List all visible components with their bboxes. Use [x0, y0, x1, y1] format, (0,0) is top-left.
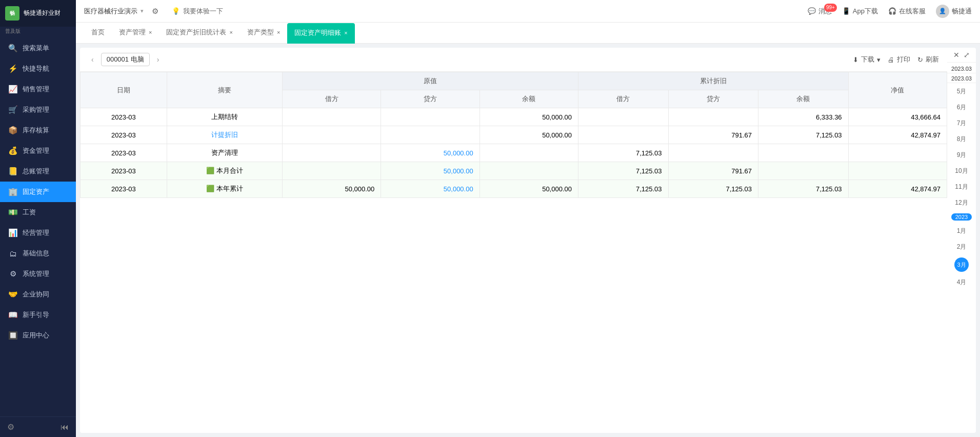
service-icon: 🎧 — [888, 7, 896, 15]
sidebar-label-apps: 应用中心 — [23, 331, 49, 340]
timeline-month-6月[interactable]: 6月 — [947, 100, 976, 115]
sidebar-label-system: 系统管理 — [23, 269, 49, 279]
system-icon: ⚙ — [8, 269, 17, 279]
messages-btn[interactable]: 💬 消息 99+ — [808, 7, 832, 16]
expand-panel-icon[interactable]: ⤢ — [964, 51, 970, 59]
tab-asset-type[interactable]: 资产类型 × — [240, 23, 287, 43]
sidebar-item-guide[interactable]: 📖 新手引导 — [0, 305, 76, 325]
asset-nav-actions: ⬇ 下载 ▾ 🖨 打印 ↻ 刷新 — [853, 55, 939, 64]
th-accum-balance: 余额 — [758, 90, 849, 108]
settings-gear-icon[interactable]: ⚙ — [152, 7, 158, 16]
settings-icon[interactable]: ⚙ — [7, 422, 14, 432]
timeline-month-1月[interactable]: 1月 — [947, 224, 976, 239]
company-name: 医疗器械行业演示 — [84, 7, 137, 16]
th-summary: 摘要 — [167, 72, 282, 108]
cell-summary: 计提折旧 — [167, 126, 282, 144]
cell-orig-balance: 50,000.00 — [479, 108, 578, 126]
cell-orig-credit — [381, 126, 479, 144]
timeline-month-3月[interactable]: 3月 — [954, 257, 969, 272]
th-net-value: 净值 — [848, 72, 947, 108]
timeline-month-4月[interactable]: 4月 — [947, 275, 976, 290]
sidebar-item-sales[interactable]: 📈 销售管理 — [0, 79, 76, 100]
collapse-icon[interactable]: ⏮ — [61, 423, 69, 432]
sidebar-item-apps[interactable]: 🔲 应用中心 — [0, 325, 76, 346]
timeline-month-10月[interactable]: 10月 — [947, 164, 976, 178]
cell-date: 2023-03 — [81, 144, 167, 162]
sidebar-item-ledger[interactable]: 📒 总账管理 — [0, 161, 76, 182]
th-orig-debit: 借方 — [283, 90, 381, 108]
user-menu[interactable]: 👤 畅捷通 — [936, 5, 972, 18]
timeline-month-9月[interactable]: 9月 — [947, 148, 976, 163]
main-area: 医疗器械行业演示 ▾ ⚙ 💡 我要体验一下 💬 消息 99+ 📱 App下载 🎧… — [76, 0, 980, 437]
tab-close-icon[interactable]: × — [149, 29, 152, 35]
guide-icon: 📖 — [8, 310, 17, 320]
topbar: 医疗器械行业演示 ▾ ⚙ 💡 我要体验一下 💬 消息 99+ 📱 App下载 🎧… — [76, 0, 980, 23]
close-panel-icon[interactable]: ✕ — [953, 51, 959, 59]
tab-asset-management[interactable]: 资产管理 × — [112, 23, 159, 43]
right-panel: ✕ ⤢ 2023.032023.035月6月7月8月9月10月11月12月202… — [947, 48, 976, 433]
inventory-icon: 📦 — [8, 126, 17, 135]
app-download-btn[interactable]: 📱 App下载 — [842, 7, 878, 16]
fixed-icon: 🏢 — [8, 187, 17, 196]
sidebar-item-funds[interactable]: 💰 资金管理 — [0, 141, 76, 161]
asset-nav-bar: ‹ 000001 电脑 › ⬇ 下载 ▾ 🖨 打印 ↻ 刷新 — [80, 48, 947, 72]
tab-home[interactable]: 首页 — [84, 23, 112, 43]
cell-orig-debit — [283, 144, 381, 162]
sidebar-item-system[interactable]: ⚙ 系统管理 — [0, 264, 76, 284]
cell-net-value: 42,874.97 — [848, 180, 947, 198]
tab-close-icon[interactable]: × — [229, 29, 232, 35]
print-btn[interactable]: 🖨 打印 — [888, 55, 910, 64]
asset-code-tag[interactable]: 000001 电脑 — [101, 53, 150, 66]
cell-orig-balance — [479, 162, 578, 180]
sidebar-item-wages[interactable]: 💵 工资 — [0, 202, 76, 223]
sidebar-item-fixed[interactable]: 🏢 固定资产 — [0, 182, 76, 202]
cell-orig-debit — [283, 126, 381, 144]
prev-asset-icon[interactable]: ‹ — [88, 54, 97, 65]
tab-home-label: 首页 — [91, 28, 105, 37]
sidebar-item-collab[interactable]: 🤝 企业协同 — [0, 284, 76, 305]
sidebar-item-purchase[interactable]: 🛒 采购管理 — [0, 100, 76, 120]
next-asset-icon[interactable]: › — [154, 54, 163, 65]
experience-label: 我要体验一下 — [183, 7, 223, 16]
right-panel-controls: ✕ ⤢ — [947, 48, 976, 63]
cell-net-value — [848, 144, 947, 162]
sidebar-item-search[interactable]: 🔍 搜索菜单 — [0, 38, 76, 58]
sidebar-item-operations[interactable]: 📊 经营管理 — [0, 223, 76, 243]
refresh-btn[interactable]: ↻ 刷新 — [917, 55, 939, 64]
timeline-month-5月[interactable]: 5月 — [947, 84, 976, 99]
cell-orig-balance: 50,000.00 — [479, 126, 578, 144]
tab-depreciation-stats[interactable]: 固定资产折旧统计表 × — [159, 23, 239, 43]
timeline-month-8月[interactable]: 8月 — [947, 132, 976, 147]
timeline-month-12月[interactable]: 12月 — [947, 195, 976, 210]
sidebar-item-quicknav[interactable]: ⚡ 快捷导航 — [0, 58, 76, 79]
cell-orig-balance: 50,000.00 — [479, 180, 578, 198]
online-service-label: 在线客服 — [899, 7, 926, 16]
cell-date: 2023-03 — [81, 126, 167, 144]
experience-button[interactable]: 💡 我要体验一下 — [167, 5, 228, 18]
sidebar-item-basic[interactable]: 🗂 基础信息 — [0, 243, 76, 264]
tab-asset-type-label: 资产类型 — [247, 28, 274, 37]
wages-icon: 💵 — [8, 208, 17, 217]
download-btn[interactable]: ⬇ 下载 ▾ — [853, 55, 881, 64]
sidebar-label-purchase: 采购管理 — [23, 105, 49, 114]
online-service-btn[interactable]: 🎧 在线客服 — [888, 7, 926, 16]
download-icon: 📱 — [842, 7, 850, 15]
asset-detail-table: 日期 摘要 原值 累计折旧 净值 借方 贷方 余额 借方 贷方 余额 — [80, 72, 947, 198]
tab-fixed-asset-detail[interactable]: 固定资产明细账 × — [287, 23, 354, 44]
cell-summary: 资产清理 — [167, 144, 282, 162]
sidebar-label-operations: 经营管理 — [23, 228, 49, 237]
timeline-month-11月[interactable]: 11月 — [947, 180, 976, 194]
table-row: 2023-03 上期结转 50,000.00 6,333.36 43,666.6… — [81, 108, 947, 126]
cell-net-value: 42,874.97 — [848, 126, 947, 144]
sidebar-item-inventory[interactable]: 📦 库存核算 — [0, 120, 76, 141]
timeline-month-7月[interactable]: 7月 — [947, 116, 976, 131]
timeline-year-badge[interactable]: 2023 — [951, 213, 972, 221]
tab-close-icon[interactable]: × — [344, 30, 347, 36]
logo-icon: 畅 — [5, 6, 19, 21]
company-selector[interactable]: 医疗器械行业演示 ▾ — [84, 7, 144, 16]
app-name: 畅捷通好业财 — [24, 9, 61, 17]
sidebar-label-funds: 资金管理 — [23, 146, 49, 155]
tab-close-icon[interactable]: × — [277, 29, 280, 35]
timeline-month-2月[interactable]: 2月 — [947, 240, 976, 254]
cell-orig-debit — [283, 162, 381, 180]
